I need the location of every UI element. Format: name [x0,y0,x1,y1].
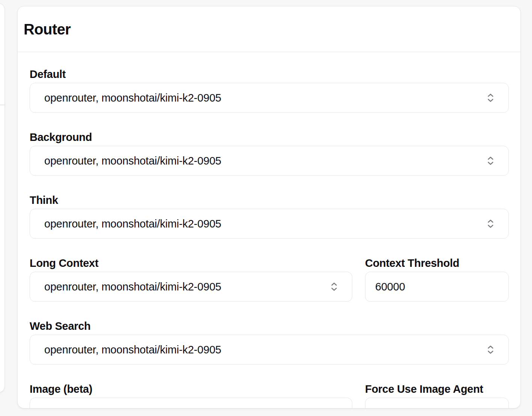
image-column: Image (beta) [30,383,352,409]
chevrons-up-down-icon [331,408,338,409]
image-router-select[interactable] [30,398,352,409]
context-threshold-label: Context Threshold [365,257,509,269]
context-threshold-column: Context Threshold [365,257,509,302]
field-image-row: Image (beta) Force Use Image Agent [30,383,509,409]
router-card: Router Default openrouter, moonshotai/ki… [17,6,521,409]
default-router-select-value: openrouter, moonshotai/kimi-k2-0905 [44,92,221,104]
long-context-router-select[interactable]: openrouter, moonshotai/kimi-k2-0905 [30,272,352,302]
long-context-router-select-value: openrouter, moonshotai/kimi-k2-0905 [44,281,221,293]
adjacent-card-divider [0,105,5,105]
chevrons-up-down-icon [487,219,494,229]
background-router-select[interactable]: openrouter, moonshotai/kimi-k2-0905 [30,146,509,176]
think-router-select-value: openrouter, moonshotai/kimi-k2-0905 [44,218,221,230]
router-card-title: Router [24,20,71,38]
think-router-select[interactable]: openrouter, moonshotai/kimi-k2-0905 [30,209,509,239]
router-card-content: Default openrouter, moonshotai/kimi-k2-0… [18,52,520,409]
field-default: Default openrouter, moonshotai/kimi-k2-0… [30,68,509,113]
web-search-router-select-value: openrouter, moonshotai/kimi-k2-0905 [44,344,221,356]
field-web-search: Web Search openrouter, moonshotai/kimi-k… [30,320,509,365]
force-use-image-agent-label: Force Use Image Agent [365,383,509,395]
context-threshold-input[interactable] [365,272,509,302]
web-search-label: Web Search [30,320,509,332]
default-label: Default [30,68,509,81]
long-context-label: Long Context [30,257,352,269]
field-long-context-row: Long Context openrouter, moonshotai/kimi… [30,257,509,302]
background-label: Background [30,131,509,144]
chevrons-up-down-icon [487,345,494,355]
background-router-select-value: openrouter, moonshotai/kimi-k2-0905 [44,155,221,167]
router-card-header: Router [18,6,520,52]
adjacent-card-edge [0,3,5,393]
long-context-column: Long Context openrouter, moonshotai/kimi… [30,257,352,302]
chevrons-up-down-icon [487,93,494,103]
force-use-image-agent-column: Force Use Image Agent [365,383,509,409]
think-label: Think [30,194,509,207]
chevrons-up-down-icon [331,282,338,292]
field-background: Background openrouter, moonshotai/kimi-k… [30,131,509,176]
field-think: Think openrouter, moonshotai/kimi-k2-090… [30,194,509,239]
default-router-select[interactable]: openrouter, moonshotai/kimi-k2-0905 [30,83,509,113]
force-use-image-agent-input[interactable] [365,398,509,409]
web-search-router-select[interactable]: openrouter, moonshotai/kimi-k2-0905 [30,335,509,365]
chevrons-up-down-icon [487,156,494,166]
image-label: Image (beta) [30,383,352,395]
